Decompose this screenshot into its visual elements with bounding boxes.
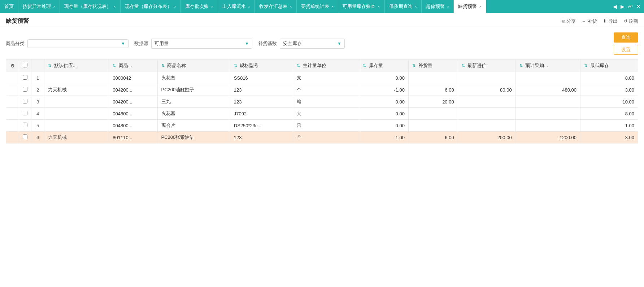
row-checkbox[interactable] [23,111,27,115]
tab-overstock-close[interactable]: × [447,4,449,9]
tab-stock-status[interactable]: 现存量（库存状况表） × [60,0,120,13]
tab-exception-close[interactable]: × [53,4,55,9]
row-replenish: 6.00 [408,84,458,96]
tab-close-btn[interactable]: ✕ [635,4,643,9]
data-table: ⚙ ⇅ 默认供应... ⇅ 商品... ⇅ [6,59,638,144]
row-name: 三九 [157,96,230,108]
tab-expiry-close[interactable]: × [415,4,417,9]
row-settings-cell [6,132,19,144]
col-code[interactable]: ⇅ 商品... [109,59,157,72]
category-dropdown-icon: ▼ [121,41,125,46]
col-name[interactable]: ⇅ 商品名称 [157,59,230,72]
setting-button[interactable]: 设置 [614,45,638,55]
row-checkbox-cell[interactable] [19,96,31,108]
col-spec[interactable]: ⇅ 规格型号 [230,59,293,72]
tab-stock-status-close[interactable]: × [113,4,116,9]
tab-shortage-close[interactable]: × [479,4,481,9]
category-select[interactable]: ▼ [27,39,129,48]
col-settings[interactable]: ⚙ [6,59,19,72]
tab-prev-btn[interactable]: ◀ [611,4,619,9]
tab-bar: 首页 拣货异常处理 × 现存量（库存状况表） × 现存量（库存分布表） × 库存… [0,0,644,13]
row-latest-price: 200.00 [458,132,515,144]
row-checkbox[interactable] [23,99,27,103]
row-num: 3 [31,96,44,108]
col-checkbox-header[interactable] [19,59,31,72]
replenish-base-select[interactable]: 安全库存 ▼ [280,39,345,49]
tab-batch-close[interactable]: × [211,4,213,9]
query-button[interactable]: 查询 [614,32,638,43]
row-name: 火花塞 [157,72,230,84]
supplier-sort-icon: ⇅ [48,63,51,68]
col-min-stock[interactable]: ⇅ 最低库存 [580,59,638,72]
tab-home[interactable]: 首页 [0,0,18,13]
filter-group-category: 商品分类 ▼ [6,39,129,48]
tab-recv-summary-close[interactable]: × [290,4,292,9]
row-spec: 123 [230,132,293,144]
datasource-dropdown-icon: ▼ [245,41,249,46]
tab-inout-flow[interactable]: 出入库流水 × [218,0,255,13]
row-min-stock: 8.00 [580,72,638,84]
export-action[interactable]: ⬇ 导出 [603,18,618,25]
datasource-select[interactable]: 可用量 ▼ [151,39,252,49]
est-purchase-sort-icon: ⇅ [519,63,523,68]
header-actions: ⎋ 分享 ＋ 补货 ⬇ 导出 ↺ 刷新 [562,18,638,25]
tab-order-stat[interactable]: 要货单统计表 × [297,0,338,13]
row-name: 火花塞 [157,108,230,120]
row-est-purchase [515,72,580,84]
row-checkbox[interactable] [23,123,27,127]
row-checkbox-cell[interactable] [19,84,31,96]
row-replenish: 20.00 [408,96,458,108]
share-icon: ⎋ [562,18,565,24]
row-code: 004200... [109,96,157,108]
row-settings-cell [6,84,19,96]
col-est-purchase[interactable]: ⇅ 预计采购... [515,59,580,72]
spec-sort-icon: ⇅ [234,63,237,68]
row-latest-price [458,108,515,120]
tab-overstock[interactable]: 超储预警 × [422,0,454,13]
row-checkbox-cell[interactable] [19,72,31,84]
replenish-sort-icon: ⇅ [412,63,415,68]
refresh-action[interactable]: ↺ 刷新 [623,18,638,25]
row-checkbox-cell[interactable] [19,132,31,144]
row-latest-price [458,72,515,84]
filter-area: 商品分类 ▼ 数据源 可用量 ▼ 补货基数 安全库存 ▼ 查询 设置 [0,28,644,59]
row-checkbox[interactable] [23,75,27,80]
row-checkbox-cell[interactable] [19,108,31,120]
tab-inout-flow-close[interactable]: × [248,4,250,9]
col-unit[interactable]: ⇅ 主计量单位 [293,59,359,72]
tab-stock-dist[interactable]: 现存量（库存分布表） × [121,0,181,13]
col-supplier[interactable]: ⇅ 默认供应... [44,59,109,72]
col-stock[interactable]: ⇅ 库存量 [359,59,409,72]
replenish-icon: ＋ [582,18,586,25]
tab-recv-summary[interactable]: 收发存汇总表 × [255,0,296,13]
col-replenish[interactable]: ⇅ 补货量 [408,59,458,72]
tab-shortage[interactable]: 缺货预警 × [454,0,486,13]
col-latest-price[interactable]: ⇅ 最新进价 [458,59,515,72]
row-checkbox[interactable] [23,134,27,139]
tab-exception[interactable]: 拣货异常处理 × [18,0,60,13]
row-supplier [44,108,109,120]
tab-expiry[interactable]: 保质期查询 × [385,0,422,13]
tab-stock-dist-close[interactable]: × [174,4,176,9]
row-checkbox-cell[interactable] [19,120,31,132]
tab-next-btn[interactable]: ▶ [619,4,626,9]
min-stock-sort-icon: ⇅ [584,63,587,68]
row-spec: 123 [230,96,293,108]
table-row: 6 力天机械 801110... PC200张紧油缸 123 个 -1.00 6… [6,132,638,144]
tab-batch[interactable]: 库存批次账 × [181,0,218,13]
row-latest-price [458,96,515,108]
filter-actions: 查询 设置 [614,32,638,55]
tab-restore-btn[interactable]: 🗗 [626,4,635,9]
refresh-icon: ↺ [623,18,627,24]
tab-available[interactable]: 可用量库存账本 × [338,0,384,13]
tab-order-stat-close[interactable]: × [331,4,334,9]
replenish-action[interactable]: ＋ 补货 [582,18,597,25]
row-code: 004800... [109,120,157,132]
row-unit: 只 [293,120,359,132]
select-all-checkbox[interactable] [23,63,27,67]
row-checkbox[interactable] [23,87,27,92]
tab-available-close[interactable]: × [378,4,380,9]
unit-sort-icon: ⇅ [297,63,300,68]
share-action[interactable]: ⎋ 分享 [562,18,576,25]
row-num: 4 [31,108,44,120]
